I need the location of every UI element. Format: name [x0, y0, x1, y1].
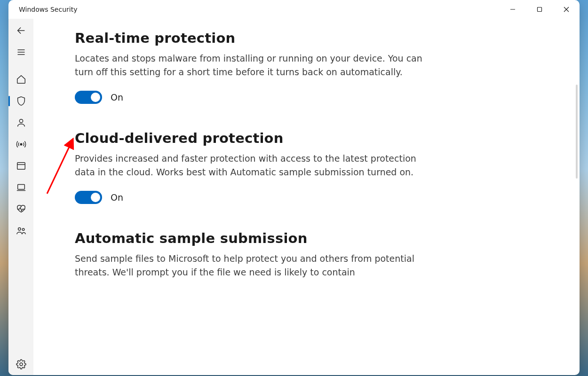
nav-device-security[interactable] [8, 177, 33, 198]
svg-point-15 [22, 228, 24, 231]
sidebar [8, 19, 33, 375]
maximize-button[interactable] [526, 0, 553, 19]
shield-icon [16, 96, 26, 106]
nav-home[interactable] [8, 69, 33, 90]
section-description: Send sample files to Microsoft to help p… [75, 252, 423, 279]
close-button[interactable] [553, 0, 580, 19]
realtime-toggle[interactable] [75, 91, 102, 104]
section-title: Real-time protection [75, 30, 442, 46]
nav-menu-button[interactable] [8, 41, 33, 63]
svg-point-9 [20, 143, 22, 145]
section-description: Provides increased and faster protection… [75, 152, 423, 179]
toggle-row: On [75, 191, 442, 204]
scrollbar-thumb[interactable] [576, 85, 578, 179]
cloud-toggle[interactable] [75, 191, 102, 204]
home-icon [16, 74, 26, 85]
arrow-left-icon [16, 25, 26, 36]
section-description: Locates and stops malware from installin… [75, 52, 423, 78]
titlebar: Windows Security [8, 0, 580, 19]
heartbeat-icon [16, 204, 26, 214]
minimize-button[interactable] [499, 0, 526, 19]
section-title: Automatic sample submission [75, 230, 442, 246]
toggle-state-label: On [111, 92, 123, 102]
browser-icon [16, 161, 26, 171]
toggle-state-label: On [111, 192, 123, 203]
window-controls [499, 0, 580, 19]
nav-family[interactable] [8, 220, 33, 242]
antenna-icon [16, 139, 26, 149]
nav-firewall[interactable] [8, 133, 33, 155]
svg-point-16 [20, 363, 23, 366]
nav-app-browser[interactable] [8, 155, 33, 177]
laptop-icon [16, 182, 26, 193]
app-window: Windows Security [8, 0, 580, 375]
section-cloud-protection: Cloud-delivered protection Provides incr… [75, 130, 442, 204]
nav-settings[interactable] [8, 353, 33, 375]
section-realtime-protection: Real-time protection Locates and stops m… [75, 30, 442, 104]
back-button[interactable] [8, 20, 33, 41]
svg-point-8 [19, 119, 23, 123]
svg-rect-12 [17, 185, 24, 189]
toggle-row: On [75, 91, 442, 104]
section-title: Cloud-delivered protection [75, 130, 442, 146]
svg-rect-10 [17, 163, 25, 170]
app-title: Windows Security [19, 6, 77, 13]
person-icon [16, 118, 26, 128]
svg-rect-1 [537, 8, 541, 12]
content-area[interactable]: Real-time protection Locates and stops m… [33, 19, 580, 375]
gear-icon [16, 359, 26, 369]
hamburger-icon [16, 47, 26, 57]
svg-point-14 [18, 228, 21, 231]
people-icon [16, 226, 26, 236]
nav-performance[interactable] [8, 198, 33, 220]
nav-virus-threat[interactable] [8, 90, 33, 112]
nav-account[interactable] [8, 112, 33, 133]
section-sample-submission: Automatic sample submission Send sample … [75, 230, 442, 279]
window-body: Real-time protection Locates and stops m… [8, 19, 580, 375]
